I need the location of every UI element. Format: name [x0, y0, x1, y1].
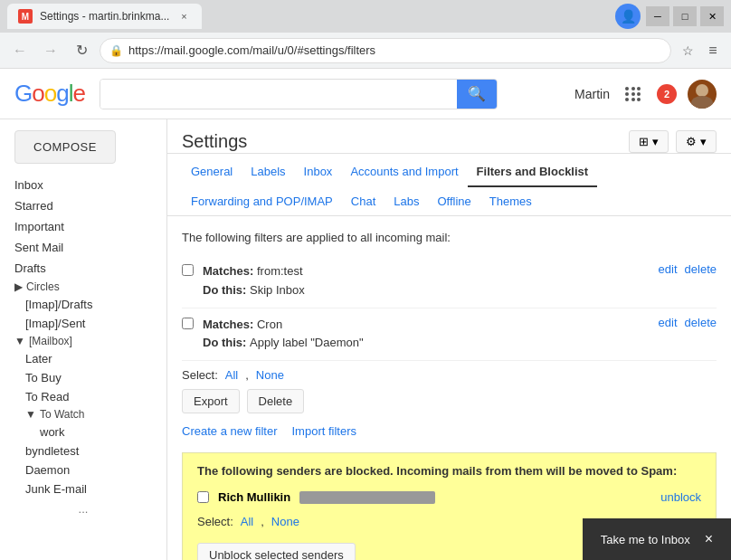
filter-1-matches-label: Matches:: [203, 264, 257, 278]
filter-1-checkbox[interactable]: [182, 264, 194, 276]
tab-accounts[interactable]: Accounts and Import: [341, 157, 467, 187]
filter-1-text: Matches: from:test Do this: Skip Inbox: [203, 262, 650, 300]
toolbar-icons: ☆ ≡: [677, 40, 724, 62]
unblock-link[interactable]: unblock: [660, 490, 701, 504]
tab-labels[interactable]: Labels: [242, 157, 294, 187]
bookmark-icon[interactable]: ☆: [677, 40, 698, 62]
import-filters-link[interactable]: Import filters: [292, 424, 357, 438]
filter-2-checkbox[interactable]: [182, 318, 194, 329]
close-btn[interactable]: ✕: [700, 6, 724, 26]
unblock-btn[interactable]: Unblock selected senders: [197, 543, 356, 560]
select-row: Select: All , None: [182, 361, 717, 389]
blocked-email-bar: [299, 491, 435, 504]
delete-btn[interactable]: Delete: [247, 389, 305, 413]
filter-1-content: Matches: from:test Do this: Skip Inbox: [203, 262, 650, 300]
select-all-link[interactable]: All: [225, 368, 238, 382]
sidebar-item-daemon[interactable]: Daemon: [0, 460, 166, 479]
caret2-icon: ▾: [700, 135, 707, 148]
sidebar-item-starred[interactable]: Starred: [0, 195, 159, 216]
select-label: Select:: [182, 368, 218, 382]
sidebar-group-circles[interactable]: ▶ Circles: [0, 279, 166, 295]
tab-chat[interactable]: Chat: [342, 187, 384, 215]
sidebar-group-mailbox[interactable]: ▼ [Mailbox]: [0, 333, 166, 349]
tab-themes[interactable]: Themes: [480, 187, 541, 215]
maximize-btn[interactable]: □: [673, 6, 697, 26]
filter-2-edit[interactable]: edit: [659, 316, 678, 329]
junk-label: Junk E-mail: [25, 482, 87, 496]
tab-close-btn[interactable]: ×: [176, 9, 191, 24]
sidebar-more-btn[interactable]: ...: [0, 498, 166, 519]
byndletest-label: byndletest: [25, 444, 79, 458]
starred-label: Starred: [14, 199, 53, 213]
google-header: Google 🔍 Martin 2: [0, 69, 731, 119]
apps-grid-icon: [625, 87, 641, 101]
tab-favicon: M: [18, 9, 33, 24]
browser-tab[interactable]: M Settings - martin.brinkma... ×: [7, 4, 202, 29]
sidebar-item-inbox[interactable]: Inbox: [0, 175, 159, 195]
settings-tools: ⊞ ▾ ⚙ ▾: [629, 130, 717, 153]
filter-1-edit[interactable]: edit: [659, 262, 678, 276]
address-bar[interactable]: 🔒 https://mail.google.com/mail/u/0/#sett…: [100, 38, 671, 63]
blocked-select-all[interactable]: All: [241, 515, 253, 528]
profile-icon[interactable]: 👤: [615, 4, 641, 29]
drafts-label: Drafts: [14, 261, 46, 275]
notification-badge[interactable]: 2: [657, 84, 677, 104]
tab-general[interactable]: General: [182, 157, 242, 187]
sidebar-item-imap-sent[interactable]: [Imap]/Sent: [0, 314, 166, 333]
tab-labs[interactable]: Labs: [384, 187, 428, 215]
sidebar-item-sent[interactable]: Sent Mail: [0, 237, 159, 258]
search-btn[interactable]: 🔍: [457, 80, 497, 109]
sidebar-item-byndletest[interactable]: byndletest: [0, 441, 166, 460]
sidebar-item-toread[interactable]: To Read: [0, 387, 166, 406]
more-icon: ...: [79, 502, 89, 516]
sidebar-item-junk[interactable]: Junk E-mail: [0, 479, 166, 498]
svg-point-1: [691, 96, 713, 109]
lock-icon: 🔒: [109, 44, 123, 57]
blocked-select-sep: ,: [261, 515, 264, 528]
sidebar-item-tobuy[interactable]: To Buy: [0, 368, 166, 387]
search-container: 🔍: [100, 79, 498, 109]
menu-icon[interactable]: ≡: [702, 40, 724, 62]
filter-row-2: Matches: Cron Do this: Apply label "Daem…: [182, 308, 717, 362]
blocked-name: Rich Mullikin: [218, 490, 290, 504]
view-toggle-btn[interactable]: ⊞ ▾: [629, 130, 669, 153]
create-filter-link[interactable]: Create a new filter: [182, 424, 278, 438]
minimize-btn[interactable]: ─: [646, 6, 669, 26]
filter-2-delete[interactable]: delete: [685, 316, 717, 329]
imap-drafts-label: [Imap]/Drafts: [25, 298, 92, 311]
links-row: Create a new filter Import filters: [182, 421, 717, 449]
gear-btn[interactable]: ⚙ ▾: [676, 130, 717, 153]
compose-button[interactable]: COMPOSE: [14, 130, 116, 164]
tab-forwarding[interactable]: Forwarding and POP/IMAP: [182, 187, 342, 215]
blocked-1-checkbox[interactable]: [197, 491, 209, 503]
blocked-select-none[interactable]: None: [271, 515, 299, 528]
user-name: Martin: [574, 87, 610, 101]
apps-btn[interactable]: [621, 81, 646, 107]
settings-header: Settings ⊞ ▾ ⚙ ▾: [167, 119, 731, 154]
search-input[interactable]: [100, 80, 457, 109]
tab-inbox[interactable]: Inbox: [295, 157, 342, 187]
tab-offline[interactable]: Offline: [428, 187, 479, 215]
tab-filters[interactable]: Filters and Blocklist: [468, 157, 598, 187]
export-btn[interactable]: Export: [182, 389, 240, 413]
back-btn[interactable]: ←: [7, 38, 33, 63]
blocked-row-1: Rich Mullikin unblock: [197, 487, 701, 508]
circles-label: Circles: [26, 280, 60, 293]
url-text: https://mail.google.com/mail/u/0/#settin…: [128, 43, 375, 57]
user-avatar[interactable]: [688, 80, 717, 109]
sidebar-item-later[interactable]: Later: [0, 349, 166, 368]
reload-btn[interactable]: ↻: [69, 38, 94, 63]
filter-1-delete[interactable]: delete: [685, 262, 717, 276]
sidebar-item-work[interactable]: work: [0, 422, 166, 441]
toast-message: Take me to Inbox: [601, 533, 690, 546]
sidebar-item-important[interactable]: Important: [0, 216, 159, 237]
filters-intro: The following filters are applied to all…: [182, 231, 717, 244]
sidebar-item-drafts[interactable]: Drafts: [0, 258, 159, 279]
forward-btn[interactable]: →: [38, 38, 63, 63]
gmail-body: COMPOSE Inbox Starred Important Sent Mai…: [0, 119, 731, 560]
toast-close-btn[interactable]: ×: [705, 531, 713, 547]
sidebar-group-towatch[interactable]: ▼ To Watch: [0, 406, 166, 422]
later-label: Later: [25, 352, 52, 365]
sidebar-item-imap-drafts[interactable]: [Imap]/Drafts: [0, 295, 166, 314]
select-none-link[interactable]: None: [256, 368, 284, 382]
